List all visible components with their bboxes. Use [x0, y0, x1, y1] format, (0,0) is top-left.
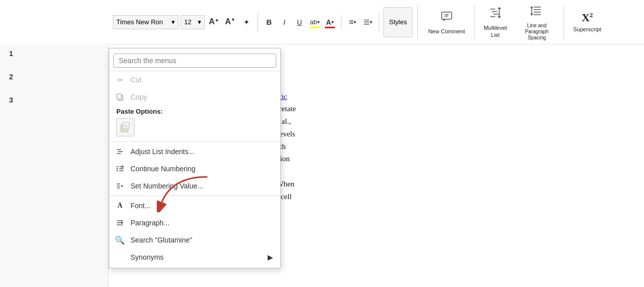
continue-numbering-item[interactable]: Continue Numbering: [109, 160, 280, 177]
font-menu-item[interactable]: A Font...: [109, 197, 280, 214]
shrink-font-icon: A▼: [225, 17, 235, 26]
list-button-group: ≡ ▾ ≣ ▾: [346, 15, 375, 29]
font-icon: A: [114, 202, 125, 210]
font-color-button[interactable]: A ▾: [323, 15, 337, 29]
numbered-list-icon: ≣: [363, 17, 370, 27]
bold-icon: B: [267, 18, 272, 26]
set-numbering-value-item[interactable]: Set Numbering Value...: [109, 177, 280, 195]
paste-icon-button[interactable]: [116, 118, 135, 136]
new-comment-label: New Comment: [428, 28, 465, 35]
cut-label: Cut: [131, 76, 273, 84]
styles-label: Styles: [389, 18, 407, 26]
paste-options-label: Paste Options:: [109, 106, 280, 116]
numbered-list-button[interactable]: ≣ ▾: [361, 15, 375, 29]
font-label: Font...: [131, 202, 273, 210]
italic-icon: I: [283, 18, 285, 26]
adjust-list-icon: [114, 148, 125, 156]
paragraph-icon: [114, 219, 125, 227]
bullet-list-button[interactable]: ≡ ▾: [346, 15, 360, 29]
multilevel-list-icon: [488, 6, 502, 23]
bullet-list-dropdown: ▾: [354, 19, 356, 25]
grow-font-button[interactable]: A▲: [207, 15, 221, 29]
font-size-label: 12: [184, 18, 191, 26]
menu-separator-1: [109, 141, 280, 142]
highlight-text: ab: [310, 18, 317, 26]
line-spacing-button[interactable]: Line and Paragraph Spacing: [514, 2, 560, 42]
bullet-list-icon: ≡: [349, 18, 354, 27]
font-size-dropdown-icon: ▾: [198, 18, 201, 26]
clear-format-icon: ✦: [243, 18, 250, 27]
svg-rect-17: [123, 123, 129, 129]
superscript-button[interactable]: X2 Superscript: [568, 2, 607, 42]
bold-button[interactable]: B: [262, 15, 276, 29]
font-size-selector[interactable]: 12 ▾: [181, 15, 205, 29]
font-color-bar: [325, 27, 335, 28]
font-color-text: A: [326, 18, 331, 26]
copy-label: Copy: [131, 93, 273, 101]
new-comment-button[interactable]: New Comment: [423, 2, 470, 42]
set-numbering-value-label: Set Numbering Value...: [131, 182, 273, 190]
synonyms-submenu-arrow: ▶: [268, 253, 273, 261]
paragraph-menu-item[interactable]: Paragraph...: [109, 214, 280, 231]
synonyms-item[interactable]: Synonyms ▶: [109, 249, 280, 266]
line-spacing-label: Line and Paragraph Spacing: [519, 23, 554, 41]
superscript-label: Superscript: [573, 26, 602, 33]
line-spacing-icon: [530, 4, 544, 21]
format-group: B I U ab ▾ A ▾: [262, 15, 341, 29]
synonyms-label: Synonyms: [131, 253, 263, 261]
cut-menu-item[interactable]: ✂ Cut: [109, 71, 280, 88]
new-comment-icon: [440, 9, 454, 26]
search-box-wrapper: [109, 51, 280, 71]
clear-format-button[interactable]: ✦: [239, 15, 253, 29]
menu-search-input[interactable]: [113, 54, 276, 68]
adjust-list-indents-label: Adjust List Indents...: [131, 148, 273, 156]
font-name-selector[interactable]: Times New Ron ▾: [113, 15, 179, 29]
highlight-color-bar: [310, 27, 320, 28]
highlight-button[interactable]: ab ▾: [308, 15, 322, 29]
shrink-font-button[interactable]: A▼: [223, 15, 237, 29]
multilevel-list-button[interactable]: MultilevelList: [479, 2, 512, 42]
font-name-dropdown-icon: ▾: [171, 18, 175, 26]
context-menu: ✂ Cut Copy Paste Options:: [109, 48, 281, 268]
superscript-icon: X2: [582, 11, 593, 24]
toolbar: Times New Ron ▾ 12 ▾ A▲ A▼ ✦ B I U ab ▾ …: [109, 0, 644, 44]
styles-button[interactable]: Styles: [383, 7, 412, 37]
highlight-dropdown-icon: ▾: [317, 19, 320, 25]
menu-separator-2: [109, 196, 280, 196]
grow-font-icon: A▲: [209, 17, 219, 26]
italic-button[interactable]: I: [277, 15, 291, 29]
left-margin: 1 2 3: [0, 44, 109, 287]
paragraph-label: Paragraph...: [131, 219, 273, 227]
search-icon: 🔍: [114, 235, 125, 245]
paste-options-text: Paste Options:: [116, 108, 163, 115]
multilevel-list-label: MultilevelList: [484, 25, 507, 38]
margin-item-2: 2: [4, 73, 104, 81]
search-glutamine-item[interactable]: 🔍 Search "Glutamine": [109, 231, 280, 249]
margin-item-1: 1: [4, 50, 104, 58]
search-label: Search "Glutamine": [131, 236, 273, 244]
set-numbering-icon: [114, 182, 125, 190]
paste-icons-row: [109, 116, 280, 140]
copy-menu-item[interactable]: Copy: [109, 88, 280, 106]
svg-rect-0: [442, 12, 452, 19]
underline-icon: U: [297, 18, 302, 26]
font-name-label: Times New Ron: [116, 18, 163, 26]
underline-button[interactable]: U: [292, 15, 307, 29]
adjust-list-indents-item[interactable]: Adjust List Indents...: [109, 143, 280, 160]
font-color-dropdown-icon: ▾: [331, 19, 334, 25]
margin-item-3: 3: [4, 96, 104, 104]
copy-icon: [114, 93, 125, 101]
numbered-list-dropdown: ▾: [370, 19, 372, 25]
svg-rect-15: [117, 94, 121, 99]
continue-numbering-label: Continue Numbering: [131, 165, 273, 173]
cut-icon: ✂: [114, 75, 125, 85]
continue-numbering-icon: [114, 165, 125, 173]
